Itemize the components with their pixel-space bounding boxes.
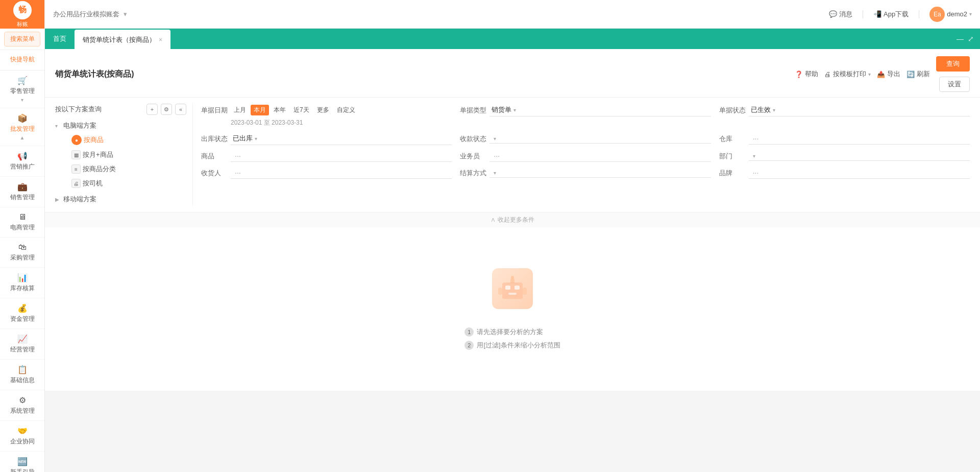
date-tab-更多[interactable]: 更多 [314,105,332,115]
date-tab-自定义[interactable]: 自定义 [334,105,358,115]
scheme-mobile-root[interactable]: ▶ 移动端方案 [55,193,186,206]
menu-icon-10: ⚙ [19,395,26,405]
svg-rect-7 [523,288,527,295]
sidebar-menu-item-5[interactable]: 🛍采购管理 [0,238,44,268]
menu-label-12: 新手引导 [10,468,35,472]
sidebar-menu-item-7[interactable]: 💰资金管理 [0,298,44,329]
query-btn-group: 查询 设置 [936,56,970,92]
print-button[interactable]: 🖨 按模板打印 ▾ [824,69,871,79]
sidebar-menu-item-6[interactable]: 📊库存核算 [0,268,44,298]
tip2-number: 2 [464,341,474,350]
tab-maximize-icon[interactable]: ⤢ [968,35,974,43]
doc-type-field[interactable]: 销货单 ▾ [489,104,710,116]
receiver-field[interactable]: ··· [231,167,452,179]
tab-home[interactable]: 首页 [45,29,75,49]
app-download-button[interactable]: 📲 App下载 [873,10,909,19]
tab-active[interactable]: 销货单统计表（按商品） × [75,30,170,50]
warehouse-field[interactable]: ··· [749,133,970,145]
scheme-sub-item-1[interactable]: ▦按月+商品 [55,148,186,162]
tip1-number: 1 [464,327,474,337]
help-button[interactable]: ❓ 帮助 [795,69,818,79]
scheme-active-icon-0: ● [71,135,82,145]
doc-status-field[interactable]: 已生效 ▾ [749,104,970,116]
out-status-field[interactable]: 已出库 ▾ [231,132,452,145]
date-tab-本月[interactable]: 本月 [251,105,269,115]
export-button[interactable]: 📤 导出 [877,69,900,79]
staff-more-icon[interactable]: ··· [494,152,500,160]
tab-minimize-icon[interactable]: — [957,35,964,43]
staff-filter-row: 业务员 ··· [460,150,710,162]
payment-status-label: 收款状态 [460,134,486,144]
warehouse-more-icon[interactable]: ··· [753,134,759,143]
dept-label: 部门 [719,152,746,161]
sidebar-menu-item-11[interactable]: 🤝企业协同 [0,421,44,452]
staff-field[interactable]: ··· [489,150,710,162]
menu-icon-9: 📋 [17,365,28,374]
quick-nav-button[interactable]: 快捷导航 [4,52,40,67]
refresh-button[interactable]: 🔄 刷新 [906,69,930,79]
menu-icon-4: 🖥 [18,213,27,222]
sidebar-menu-item-8[interactable]: 📈经营管理 [0,329,44,360]
tab-close-icon[interactable]: × [159,36,162,43]
brand-field[interactable]: ··· [749,167,970,179]
doc-type-dropdown-icon[interactable]: ▾ [513,107,516,113]
menu-icon-8: 📈 [17,334,28,344]
goods-field[interactable]: ··· [231,150,452,162]
goods-label: 商品 [201,152,228,161]
settle-filter-row: 结算方式 ▾ [460,167,710,179]
scheme-collapse-button[interactable]: « [175,104,186,115]
search-menu-button[interactable]: 搜索菜单 [4,32,40,46]
page-header: 销货单统计表(按商品) ❓ 帮助 🖨 按模板打印 ▾ 📤 导出 [45,49,980,98]
scheme-icon-3: 🖨 [71,179,81,188]
menu-icon-6: 📊 [17,273,28,282]
date-tab-近7天[interactable]: 近7天 [290,105,312,115]
collapse-bar[interactable]: ∧ 收起更多条件 [45,212,980,227]
doc-type-filter-row: 单据类型 销货单 ▾ [460,104,710,116]
doc-status-filter-row: 单据状态 已生效 ▾ [719,104,970,116]
scheme-settings-button[interactable]: ⚙ [161,104,172,115]
dept-dropdown-icon[interactable]: ▾ [753,153,755,159]
sidebar-menu-item-9[interactable]: 📋基础信息 [0,360,44,390]
app-logo[interactable]: 畅 标账 [0,0,44,29]
scheme-item-label-3: 按司机 [83,179,103,188]
dept-filter-row: 部门 ▾ [719,150,970,162]
scheme-tree-root[interactable]: ▾ 电脑端方案 [55,119,186,132]
receiver-more-icon[interactable]: ··· [235,169,241,177]
scheme-sub-item-3[interactable]: 🖨按司机 [55,176,186,191]
dept-field[interactable]: ▾ [749,152,970,161]
menu-expand-icon-0: ▾ [21,97,23,103]
sidebar-menu-item-2[interactable]: 📢营销推广 [0,146,44,177]
settle-field[interactable]: ▾ [489,169,710,178]
sidebar-menu-item-0[interactable]: 🛒零售管理▾ [0,70,44,108]
scheme-sub-item-2[interactable]: ≡按商品分类 [55,162,186,176]
settings-button[interactable]: 设置 [939,77,970,92]
tab-active-label: 销货单统计表（按商品） [83,35,156,44]
sidebar-menu-item-10[interactable]: ⚙系统管理 [0,390,44,421]
user-avatar-button[interactable]: Ea demo2 ▾ [929,7,972,22]
out-status-dropdown-icon[interactable]: ▾ [255,136,257,141]
page-actions: ❓ 帮助 🖨 按模板打印 ▾ 📤 导出 🔄 刷新 [795,56,970,92]
sidebar-menu-item-4[interactable]: 🖥电商管理 [0,207,44,238]
goods-more-icon[interactable]: ··· [235,152,241,160]
message-button[interactable]: 💬 消息 [829,10,852,19]
brand-more-icon[interactable]: ··· [753,169,759,177]
sidebar-menu-item-3[interactable]: 💼销售管理 [0,177,44,207]
empty-icon [487,268,538,319]
help-label: 帮助 [805,69,818,79]
out-status-filter-row: 出库状态 已出库 ▾ [201,132,452,145]
payment-status-dropdown-icon[interactable]: ▾ [494,136,496,141]
payment-status-field[interactable]: ▾ [489,134,710,144]
scheme-sub-item-0[interactable]: ●按商品 [55,132,186,148]
menu-label-6: 库存核算 [10,284,35,293]
scheme-title: 按以下方案查询 [55,105,102,114]
doc-status-dropdown-icon[interactable]: ▾ [773,107,775,113]
sidebar-menu-item-12[interactable]: 🆕新手引导 [0,452,44,472]
scheme-add-button[interactable]: + [146,104,158,115]
date-tab-本年[interactable]: 本年 [271,105,289,115]
out-status-value: 已出库 [233,134,253,143]
settle-dropdown-icon[interactable]: ▾ [494,170,496,176]
title-dropdown-icon[interactable]: ▾ [124,10,127,18]
query-button[interactable]: 查询 [936,56,970,72]
sidebar-menu-item-1[interactable]: 📦批发管理▲ [0,108,44,146]
date-tab-上月[interactable]: 上月 [231,105,249,115]
